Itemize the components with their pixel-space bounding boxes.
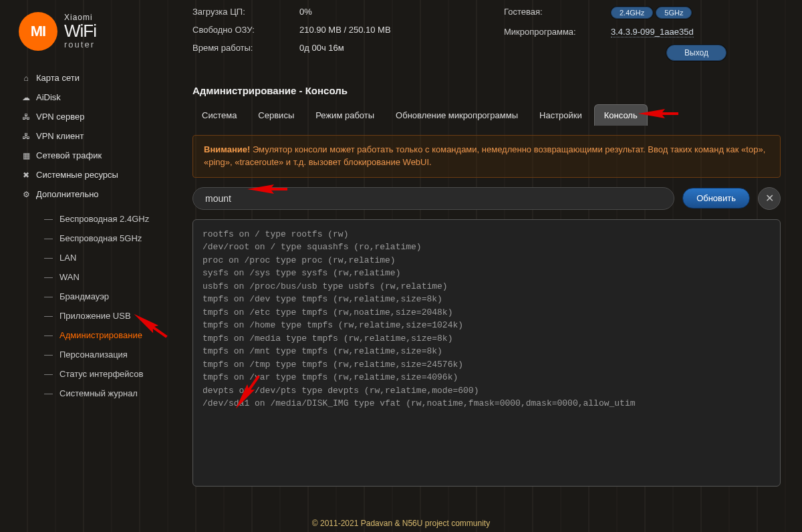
sidebar-item[interactable]: ⌂Карта сети xyxy=(7,68,174,88)
nav-sub-label: Персонализация xyxy=(59,350,128,360)
logo-wifi: WiFi xyxy=(64,22,96,40)
dash-icon: — xyxy=(44,388,53,398)
nav-icon: ⌂ xyxy=(21,74,31,83)
stat-value: 0% xyxy=(299,7,312,17)
dash-icon: — xyxy=(44,214,53,224)
nav-sub-label: LAN xyxy=(59,253,76,263)
dash-icon: — xyxy=(44,272,53,282)
footer: © 2011-2021 Padavan & N56U project commu… xyxy=(0,519,802,528)
nav-label: VPN клиент xyxy=(36,131,84,141)
wifi-band-pill[interactable]: 5GHz xyxy=(656,7,692,19)
sidebar-item[interactable]: 🖧VPN сервер xyxy=(7,107,174,126)
sidebar-item[interactable]: ☁AiDisk xyxy=(7,88,174,107)
tab-обновление микропрограммы[interactable]: Обновление микропрограммы xyxy=(386,105,527,126)
nav-sub-label: Приложение USB xyxy=(59,311,131,321)
refresh-button[interactable]: Обновить xyxy=(682,188,750,209)
nav-icon: ✖ xyxy=(21,170,31,180)
sidebar-subitem[interactable]: —Системный журнал xyxy=(7,384,174,403)
sidebar-item[interactable]: ✖Системные ресурсы xyxy=(7,165,174,184)
main: Загрузка ЦП:0%Свободно ОЗУ:210.90 MB / 2… xyxy=(174,0,802,532)
nav-sub-label: Администрирование xyxy=(59,330,142,340)
nav-icon: 🖧 xyxy=(21,112,31,122)
dash-icon: — xyxy=(44,253,53,263)
nav-label: Дополнительно xyxy=(36,189,99,199)
nav-sub-label: Брандмауэр xyxy=(59,291,109,301)
dash-icon: — xyxy=(44,350,53,360)
sidebar-subitem[interactable]: —Администрирование xyxy=(7,325,174,345)
sidebar-item[interactable]: 🖧VPN клиент xyxy=(7,126,174,146)
console-output[interactable]: rootfs on / type rootfs (rw) /dev/root o… xyxy=(192,219,781,487)
tabs: СистемаСервисыРежим работыОбновление мик… xyxy=(180,104,791,132)
nav-sub-label: Беспроводная 5GHz xyxy=(59,233,142,243)
stat-value: 0д 00ч 16м xyxy=(299,43,344,53)
dash-icon: — xyxy=(44,291,53,301)
sidebar-item[interactable]: ▦Сетевой трафик xyxy=(7,146,174,165)
guest-label: Гостевая: xyxy=(504,7,611,19)
dash-icon: — xyxy=(44,311,53,321)
sidebar-subitem[interactable]: —WAN xyxy=(7,267,174,287)
sidebar-subitem[interactable]: —Статус интерфейсов xyxy=(7,364,174,384)
sidebar-subitem[interactable]: —Персонализация xyxy=(7,345,174,364)
nav-icon: ☁ xyxy=(21,93,31,102)
warning-bold: Внимание! xyxy=(204,144,250,154)
nav-sub-label: Статус интерфейсов xyxy=(59,369,143,379)
nav-icon: 🖧 xyxy=(21,132,31,141)
nav-label: Сетевой трафик xyxy=(36,150,102,160)
dash-icon: — xyxy=(44,369,53,379)
nav-sub-label: WAN xyxy=(59,272,80,282)
close-button[interactable]: ✕ xyxy=(758,187,781,210)
tab-режим работы[interactable]: Режим работы xyxy=(306,105,384,126)
sidebar-subitem[interactable]: —Приложение USB xyxy=(7,306,174,325)
page-title: Администрирование - Консоль xyxy=(180,72,791,104)
stat-value: 210.90 MB / 250.10 MB xyxy=(299,25,391,35)
stat-label: Загрузка ЦП: xyxy=(192,7,299,17)
nav-label: VPN сервер xyxy=(36,112,85,122)
nav-label: Карта сети xyxy=(36,73,80,83)
sidebar-subitem[interactable]: —Брандмауэр xyxy=(7,287,174,306)
nav-sub-label: Системный журнал xyxy=(59,388,138,398)
sidebar-subitem[interactable]: —Беспроводная 2.4GHz xyxy=(7,209,174,229)
warning-banner: Внимание! Эмулятор консоли может работат… xyxy=(192,135,781,178)
nav-icon: ⚙ xyxy=(21,190,31,199)
stat-label: Время работы: xyxy=(192,43,299,53)
dash-icon: — xyxy=(44,233,53,243)
sidebar-subitem[interactable]: —LAN xyxy=(7,248,174,267)
nav-label: Системные ресурсы xyxy=(36,170,118,180)
wifi-band-pill[interactable]: 2.4GHz xyxy=(611,7,653,19)
tab-консоль[interactable]: Консоль xyxy=(594,104,648,126)
warning-text: Эмулятор консоли может работать только с… xyxy=(204,144,765,167)
sidebar-subitem[interactable]: —Беспроводная 5GHz xyxy=(7,229,174,248)
nav-icon: ▦ xyxy=(21,151,31,160)
logout-button[interactable]: Выход xyxy=(666,45,726,61)
sidebar: MI Xiaomi WiFi router ⌂Карта сети☁AiDisk… xyxy=(0,0,174,532)
logo-sub: router xyxy=(64,40,96,49)
firmware-link[interactable]: 3.4.3.9-099_1aae35d xyxy=(611,27,694,37)
logo[interactable]: MI Xiaomi WiFi router xyxy=(7,7,174,63)
stat-label: Свободно ОЗУ: xyxy=(192,25,299,35)
fw-label: Микропрограмма: xyxy=(504,27,611,37)
logo-badge-icon: MI xyxy=(19,12,57,51)
tab-система[interactable]: Система xyxy=(192,105,246,126)
nav-sub-label: Беспроводная 2.4GHz xyxy=(59,214,149,224)
sidebar-item[interactable]: ⚙Дополнительно xyxy=(7,184,174,204)
tab-сервисы[interactable]: Сервисы xyxy=(249,105,303,126)
stats-bar: Загрузка ЦП:0%Свободно ОЗУ:210.90 MB / 2… xyxy=(180,0,791,72)
dash-icon: — xyxy=(44,330,53,340)
command-input[interactable] xyxy=(192,187,674,210)
nav-label: AiDisk xyxy=(36,92,61,102)
tab-настройки[interactable]: Настройки xyxy=(530,105,591,126)
